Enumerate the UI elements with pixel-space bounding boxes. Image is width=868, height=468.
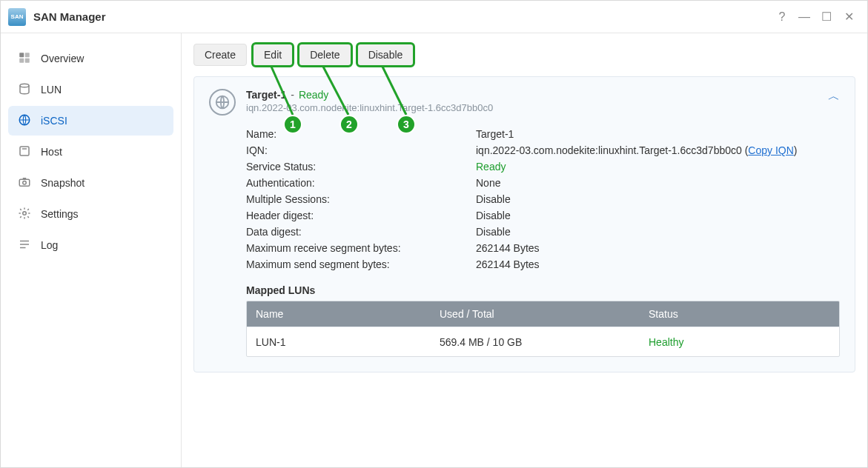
iscsi-icon	[17, 113, 32, 129]
target-title: Target-1	[246, 89, 286, 101]
callout-1: 1	[283, 115, 302, 134]
snapshot-icon	[17, 176, 32, 191]
callout-3: 3	[397, 115, 416, 134]
label-service-status: Service Status:	[246, 161, 476, 173]
svg-point-4	[20, 84, 29, 87]
svg-rect-10	[23, 178, 27, 179]
sidebar-item-label: LUN	[41, 84, 62, 96]
minimize-button[interactable]: —	[793, 6, 815, 28]
value-name: Target-1	[476, 128, 514, 140]
sidebar-item-label: Host	[41, 146, 62, 158]
value-multi: Disable	[476, 193, 511, 205]
disable-button[interactable]: Disable	[357, 44, 414, 66]
overview-icon	[17, 51, 32, 67]
value-header-digest: Disable	[476, 210, 511, 221]
svg-rect-1	[25, 53, 30, 57]
close-button[interactable]: ✕	[838, 6, 860, 28]
host-icon	[17, 144, 32, 160]
edit-button[interactable]: Edit	[253, 44, 293, 66]
delete-button[interactable]: Delete	[299, 44, 351, 66]
lun-used: 569.4 MB / 10 GB	[440, 336, 640, 348]
create-button[interactable]: Create	[193, 44, 247, 66]
mapped-luns-table: Name Used / Total Status LUN-1 569.4 MB …	[246, 301, 840, 357]
label-max-send: Maximum send segment bytes:	[246, 258, 476, 270]
label-data-digest: Data digest:	[246, 226, 476, 238]
svg-rect-2	[19, 58, 24, 62]
label-iqn: IQN:	[246, 144, 476, 156]
value-auth: None	[476, 177, 500, 189]
target-iqn-sub: iqn.2022-03.com.nodekite:linuxhint.Targe…	[246, 102, 493, 113]
value-max-recv: 262144 Bytes	[476, 242, 540, 254]
app-icon: SAN	[8, 8, 26, 26]
sidebar-item-label: iSCSI	[41, 115, 67, 127]
sidebar-item-host[interactable]: Host	[8, 137, 173, 167]
copy-iqn-link[interactable]: Copy IQN	[748, 144, 793, 156]
value-service-status: Ready	[476, 161, 506, 173]
svg-point-11	[23, 211, 27, 215]
svg-rect-8	[19, 179, 30, 186]
label-multi: Multiple Sessions:	[246, 193, 476, 205]
value-max-send: 262144 Bytes	[476, 258, 540, 270]
mapped-luns-title: Mapped LUNs	[246, 284, 840, 296]
value-data-digest: Disable	[476, 226, 511, 238]
svg-rect-6	[20, 147, 29, 156]
col-header-name: Name	[247, 308, 440, 320]
label-name: Name:	[246, 128, 476, 140]
lun-icon	[17, 82, 32, 98]
sidebar-item-label: Snapshot	[41, 177, 85, 189]
lun-name: LUN-1	[247, 336, 440, 348]
sidebar-item-log[interactable]: Log	[8, 230, 173, 260]
label-header-digest: Header digest:	[246, 210, 476, 221]
table-row[interactable]: LUN-1 569.4 MB / 10 GB Healthy	[247, 327, 839, 356]
collapse-icon[interactable]: ︿	[828, 89, 840, 104]
gear-icon	[17, 207, 32, 222]
label-max-recv: Maximum receive segment bytes:	[246, 242, 476, 254]
svg-point-9	[23, 181, 27, 184]
sidebar-item-overview[interactable]: Overview	[8, 44, 173, 73]
help-button[interactable]: ?	[771, 6, 793, 28]
sidebar-item-label: Overview	[41, 53, 84, 64]
svg-rect-3	[25, 58, 30, 62]
lun-status: Healthy	[640, 336, 839, 348]
sidebar-item-lun[interactable]: LUN	[8, 75, 173, 104]
col-header-used: Used / Total	[440, 308, 640, 320]
sidebar-item-label: Log	[41, 239, 58, 251]
maximize-button[interactable]: ☐	[815, 6, 838, 28]
col-header-status: Status	[640, 308, 839, 320]
sidebar-item-snapshot[interactable]: Snapshot	[8, 168, 173, 198]
app-title: SAN Manager	[33, 10, 106, 23]
sidebar-item-iscsi[interactable]: iSCSI	[8, 106, 173, 136]
value-iqn: iqn.2022-03.com.nodekite:linuxhint.Targe…	[476, 144, 798, 156]
label-auth: Authentication:	[246, 177, 476, 189]
callout-2: 2	[339, 115, 359, 134]
target-status: Ready	[299, 89, 328, 101]
sidebar-item-label: Settings	[41, 208, 79, 220]
log-icon	[17, 238, 32, 253]
svg-rect-0	[19, 53, 24, 57]
globe-icon	[209, 89, 236, 116]
sidebar-item-settings[interactable]: Settings	[8, 199, 173, 229]
